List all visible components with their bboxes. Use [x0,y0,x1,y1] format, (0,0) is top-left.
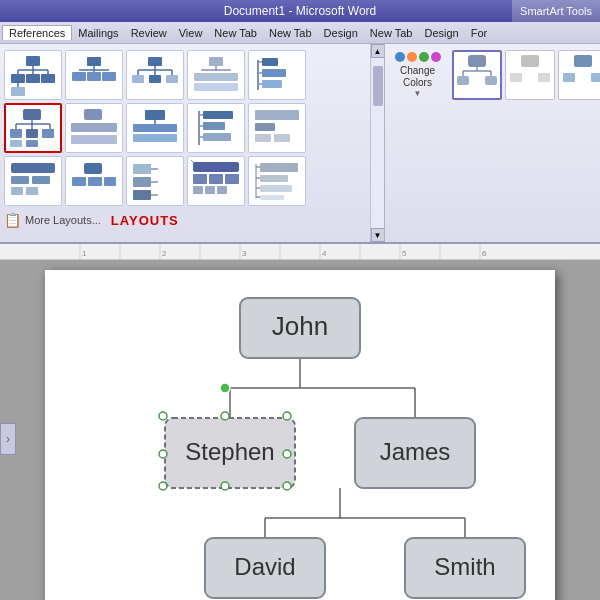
svg-rect-25 [166,75,178,83]
svg-rect-76 [133,164,151,174]
svg-rect-143 [159,482,167,490]
svg-rect-44 [10,129,22,138]
layout-item-1[interactable] [4,50,62,100]
layout-item-9[interactable] [187,103,245,153]
svg-rect-74 [88,177,102,186]
scroll-thumb[interactable] [373,66,383,106]
svg-rect-38 [23,109,41,120]
svg-rect-146 [221,482,229,490]
svg-rect-93 [260,175,288,182]
svg-text:4: 4 [322,249,327,258]
svg-rect-14 [87,72,101,81]
svg-rect-104 [457,76,469,85]
layouts-section: 📋 More Layouts... LAYOUTS [0,44,370,242]
menu-mailings[interactable]: Mailings [72,26,124,40]
layout-item-2[interactable] [65,50,123,100]
svg-point-149 [220,383,230,393]
ribbon: 📋 More Layouts... LAYOUTS ▲ ▼ [0,44,600,244]
svg-rect-6 [11,74,25,83]
svg-rect-26 [209,57,223,66]
menu-newtab1[interactable]: New Tab [208,26,263,40]
svg-text:James: James [380,438,451,465]
svg-rect-34 [262,69,286,77]
svg-rect-30 [194,83,238,91]
style-item-selected[interactable] [452,50,502,100]
svg-rect-46 [42,129,54,138]
svg-rect-95 [260,185,292,192]
menu-bar: References Mailings Review View New Tab … [0,22,600,44]
menu-view[interactable]: View [173,26,209,40]
layout-item-13[interactable] [126,156,184,206]
layout-item-12[interactable] [65,156,123,206]
svg-rect-78 [133,190,151,200]
more-layouts-btn[interactable]: 📋 More Layouts... [4,212,101,228]
left-scroll-handle[interactable]: › [0,423,16,455]
scroll-down-btn[interactable]: ▼ [371,228,385,242]
layout-item-8[interactable] [126,103,184,153]
svg-rect-85 [209,174,223,184]
svg-rect-49 [84,109,102,120]
svg-rect-87 [193,186,203,194]
svg-text:Smith: Smith [434,553,495,580]
svg-text:5: 5 [402,249,407,258]
menu-references[interactable]: References [2,25,72,40]
svg-rect-17 [148,57,162,66]
svg-rect-89 [217,186,227,194]
layout-item-15[interactable] [248,156,306,206]
svg-rect-145 [221,412,229,420]
svg-rect-36 [262,80,282,88]
svg-rect-83 [193,162,239,172]
scroll-up-btn[interactable]: ▲ [371,44,385,58]
style-item-3[interactable] [558,50,600,100]
svg-rect-107 [510,73,522,82]
svg-text:6: 6 [482,249,487,258]
svg-rect-63 [255,110,299,120]
layout-item-11[interactable] [4,156,62,206]
svg-rect-91 [260,163,298,172]
document-page: John Stephen James [45,270,555,600]
svg-rect-86 [225,174,239,184]
layout-item-4[interactable] [187,50,245,100]
svg-rect-77 [133,177,151,187]
svg-rect-69 [32,176,50,184]
svg-rect-97 [260,195,284,200]
svg-rect-23 [132,75,144,83]
menu-design2[interactable]: Design [418,26,464,40]
menu-review[interactable]: Review [125,26,173,40]
svg-rect-10 [11,87,25,96]
svg-text:1: 1 [82,249,87,258]
menu-newtab3[interactable]: New Tab [364,26,419,40]
svg-rect-141 [159,412,167,420]
svg-rect-75 [104,177,116,186]
svg-rect-55 [133,134,177,142]
style-item-2[interactable] [505,50,555,100]
svg-rect-106 [521,55,539,67]
svg-rect-71 [26,187,38,195]
svg-rect-54 [133,124,177,132]
layouts-scrollbar[interactable]: ▲ ▼ [370,44,384,242]
layout-item-7[interactable] [65,103,123,153]
svg-rect-57 [203,111,233,119]
svg-rect-108 [538,73,550,82]
svg-rect-50 [71,123,117,132]
svg-text:John: John [272,311,328,341]
layout-item-14[interactable] [187,156,245,206]
menu-design1[interactable]: Design [318,26,364,40]
scroll-track [372,58,384,228]
layouts-label: LAYOUTS [111,213,179,228]
svg-rect-11 [87,57,101,66]
menu-for[interactable]: For [465,26,494,40]
svg-rect-8 [41,74,55,83]
layout-item-5[interactable] [248,50,306,100]
svg-rect-144 [283,482,291,490]
layout-item-10[interactable] [248,103,306,153]
svg-rect-67 [11,163,55,173]
change-colors-btn[interactable]: ChangeColors ▼ [391,52,444,98]
svg-rect-0 [26,56,40,66]
layout-item-selected[interactable] [4,103,62,153]
svg-rect-47 [10,140,22,147]
layout-item-3[interactable] [126,50,184,100]
svg-rect-45 [26,129,38,138]
svg-rect-15 [102,72,116,81]
menu-newtab2[interactable]: New Tab [263,26,318,40]
